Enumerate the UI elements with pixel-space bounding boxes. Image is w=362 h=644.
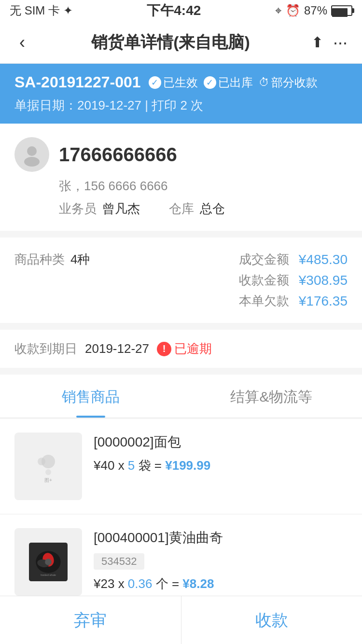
product-multiply-2: x: [118, 576, 128, 591]
product-price-2: ¥23 x 0.36 个 = ¥8.28: [94, 575, 348, 592]
cancel-label: 弃审: [74, 609, 107, 631]
back-button[interactable]: ‹: [14, 28, 30, 57]
svg-text:hooked whale: hooked whale: [41, 574, 56, 576]
divider-3: [0, 369, 362, 375]
tab-settlement-label: 结算&物流等: [230, 389, 312, 405]
check-icon-2: ✓: [204, 76, 216, 89]
status-active-label: 已生效: [163, 75, 198, 90]
customer-section: 17666666666 张，156 6666 6666 业务员 曾凡杰 仓库 总…: [0, 124, 362, 231]
svg-text:图+: 图+: [44, 477, 52, 483]
order-status-tags: ✓ 已生效 ✓ 已出库 ⏱ 部分收款: [149, 75, 318, 90]
product-name-1: [0000002]面包: [94, 433, 348, 451]
due-amount-value: ¥176.35: [299, 294, 348, 309]
location-icon: ⌖: [275, 4, 282, 17]
check-icon-1: ✓: [149, 76, 161, 89]
svg-point-3: [38, 458, 45, 465]
overdue-text: 已逾期: [174, 340, 212, 357]
order-id: SA-20191227-001: [14, 73, 141, 91]
received-value: ¥308.95: [299, 273, 348, 288]
warehouse-label: 仓库: [169, 200, 194, 217]
category-stat: 商品种类 4种: [14, 251, 90, 268]
product-qty-1: 5: [128, 458, 135, 473]
svg-point-10: [45, 559, 52, 565]
customer-meta: 业务员 曾凡杰 仓库 总仓: [14, 200, 348, 217]
battery-icon: [331, 5, 352, 16]
share-button[interactable]: ⬆︎: [311, 34, 323, 51]
svg-point-0: [27, 146, 37, 156]
order-header-banner: SA-20191227-001 ✓ 已生效 ✓ 已出库 ⏱ 部分收款 单据日期：…: [0, 64, 362, 124]
status-left: 无 SIM 卡 ✦: [10, 3, 73, 18]
page-title: 销货单详情(来自电脑): [91, 31, 250, 54]
status-shipped-label: 已出库: [218, 75, 253, 90]
product-thumbnail-1: 图+: [14, 433, 82, 500]
stats-section: 商品种类 4种 成交金额 ¥485.30 收款金额 ¥308.95 本单欠款 ¥…: [0, 238, 362, 323]
order-date-info: 单据日期：2019-12-27 | 打印 2 次: [14, 97, 348, 114]
clock-icon: ⏱: [259, 76, 269, 89]
tab-settlement[interactable]: 结算&物流等: [181, 375, 362, 418]
table-row: 图+ [0000002]面包 ¥40 x 5 袋 = ¥199.99: [0, 419, 362, 514]
product-qty-2: 0.36: [128, 576, 153, 591]
product-unit-1: 袋: [139, 458, 151, 473]
more-button[interactable]: ···: [333, 32, 348, 53]
tabs-row: 销售商品 结算&物流等: [0, 375, 362, 418]
product-thumbnail-2: hooked whale: [14, 528, 82, 596]
status-time: 下午4:42: [147, 1, 201, 20]
status-active: ✓ 已生效: [149, 75, 198, 90]
customer-phone: 17666666666: [59, 144, 177, 166]
tabs-section: 销售商品 结算&物流等: [0, 375, 362, 418]
product-equals-1: =: [154, 458, 165, 473]
product-details-1: [0000002]面包 ¥40 x 5 袋 = ¥199.99: [94, 433, 348, 474]
due-section: 收款到期日 2019-12-27 ! 已逾期: [0, 330, 362, 368]
product-total-1: ¥199.99: [165, 458, 210, 473]
customer-avatar: [14, 137, 49, 172]
overdue-icon: !: [157, 342, 171, 356]
confirm-button[interactable]: 收款: [181, 596, 362, 644]
product-multiply-1: x: [118, 458, 128, 473]
status-shipped: ✓ 已出库: [204, 75, 253, 90]
sales-label: 业务员: [59, 200, 97, 217]
product-total-2: ¥8.28: [182, 576, 214, 591]
confirm-label: 收款: [255, 609, 288, 631]
divider-2: [0, 324, 362, 330]
received-row: 收款金额 ¥308.95: [239, 272, 348, 289]
sales-person: 业务员 曾凡杰: [59, 200, 140, 217]
due-amount-label: 本单欠款: [239, 293, 289, 309]
product-price-1: ¥40 x 5 袋 = ¥199.99: [94, 457, 348, 474]
amount-stats: 成交金额 ¥485.30 收款金额 ¥308.95 本单欠款 ¥176.35: [239, 251, 348, 309]
status-bar: 无 SIM 卡 ✦ 下午4:42 ⌖ ⏰ 87%: [0, 0, 362, 21]
status-partial-label: 部分收款: [271, 75, 318, 90]
warehouse-value: 总仓: [200, 200, 225, 217]
sim-status: 无 SIM 卡 ✦: [10, 3, 73, 18]
due-amount-row: 本单欠款 ¥176.35: [239, 293, 348, 309]
svg-point-1: [24, 157, 40, 167]
table-row: hooked whale [000400001]黄油曲奇 534532 ¥23 …: [0, 515, 362, 609]
cancel-button[interactable]: 弃审: [0, 596, 181, 644]
product-placeholder-icon: 图+: [29, 447, 68, 486]
avatar-icon: [20, 142, 44, 167]
amount-label: 成交金额: [239, 251, 289, 268]
product-name-2: [000400001]黄油曲奇: [94, 528, 348, 547]
status-right: ⌖ ⏰ 87%: [275, 4, 352, 17]
overdue-badge: ! 已逾期: [157, 340, 212, 357]
product-details-2: [000400001]黄油曲奇 534532 ¥23 x 0.36 个 = ¥8…: [94, 528, 348, 592]
nav-actions: ⬆︎ ···: [311, 32, 348, 53]
warehouse-info: 仓库 总仓: [169, 200, 225, 217]
due-date-value: 2019-12-27: [85, 341, 149, 356]
product-batch-2: 534532: [94, 553, 144, 570]
bottom-bar: 弃审 收款: [0, 596, 362, 644]
nav-bar: ‹ 销货单详情(来自电脑) ⬆︎ ···: [0, 21, 362, 64]
product-unit-price-1: ¥40: [94, 458, 114, 473]
battery-status: 87%: [304, 4, 327, 17]
product-unit-price-2: ¥23: [94, 576, 114, 591]
due-date-label: 收款到期日: [14, 340, 77, 357]
alarm-icon: ⏰: [286, 4, 300, 17]
product-unit-2: 个: [156, 576, 168, 591]
sales-value: 曾凡杰: [102, 200, 140, 217]
svg-point-4: [45, 469, 51, 475]
product-image-2: hooked whale: [29, 543, 68, 581]
customer-contact: 张，156 6666 6666: [14, 178, 348, 195]
tab-sales-products[interactable]: 销售商品: [0, 375, 181, 418]
divider-1: [0, 232, 362, 238]
customer-id-row: 17666666666: [14, 137, 348, 172]
product-list: 图+ [0000002]面包 ¥40 x 5 袋 = ¥199.99: [0, 419, 362, 609]
